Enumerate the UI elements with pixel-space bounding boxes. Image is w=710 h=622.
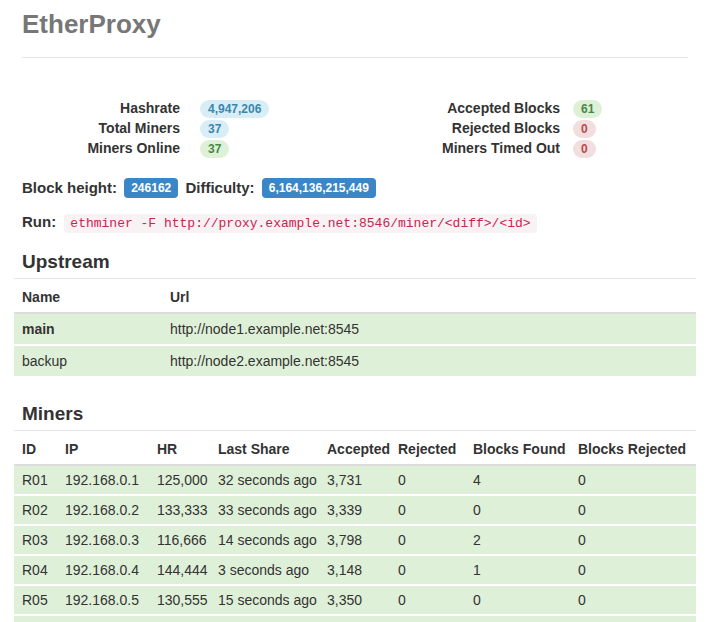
miners-col-accepted: Accepted xyxy=(319,431,390,465)
difficulty-label: Difficulty: xyxy=(185,179,254,196)
upstream-heading: Upstream xyxy=(22,252,696,272)
miner-accepted: 3,731 xyxy=(319,465,390,495)
miner-last-share: 14 seconds ago xyxy=(210,525,319,555)
stat-badge: 37 xyxy=(200,120,229,138)
upstream-col-url: Url xyxy=(162,279,696,313)
stat-rejected-blocks: Rejected Blocks 0 xyxy=(355,118,696,138)
miners-heading: Miners xyxy=(22,404,696,424)
table-row: R05 192.168.0.5 130,555 15 seconds ago 3… xyxy=(14,585,696,615)
miner-ip: 192.168.0.3 xyxy=(57,525,149,555)
miner-blocks-found: 0 xyxy=(465,585,570,615)
header-divider xyxy=(22,57,688,58)
run-label: Run: xyxy=(22,213,56,230)
miner-rejected: 0 xyxy=(390,465,465,495)
miner-hr: 125,000 xyxy=(149,465,210,495)
miner-blocks-found: 0 xyxy=(465,495,570,525)
miner-last-share: 33 seconds ago xyxy=(210,495,319,525)
upstream-name: main xyxy=(14,313,162,345)
upstream-url: http://node1.example.net:8545 xyxy=(162,313,696,345)
miner-blocks-found: 4 xyxy=(465,465,570,495)
miner-rejected: 0 xyxy=(390,525,465,555)
miner-ip: 192.168.0.2 xyxy=(57,495,149,525)
run-command-code: ethminer -F http://proxy.example.net:854… xyxy=(64,214,536,233)
miner-hr: 144,444 xyxy=(149,555,210,585)
table-row: backup http://node2.example.net:8545 xyxy=(14,345,696,376)
miner-hr: 116,666 xyxy=(149,525,210,555)
miners-table: ID IP HR Last Share Accepted Rejected Bl… xyxy=(14,431,696,622)
miner-blocks-found: 2 xyxy=(465,525,570,555)
network-info-row: Block height: 246162 Difficulty: 6,164,1… xyxy=(22,177,696,199)
miners-col-blocks-found: Blocks Found xyxy=(465,431,570,465)
miner-blocks-rejected: 0 xyxy=(570,495,696,525)
miner-id: R03 xyxy=(14,525,57,555)
miner-blocks-rejected: 0 xyxy=(570,585,696,615)
stat-badge: 0 xyxy=(573,140,596,158)
upstream-table: Name Url main http://node1.example.net:8… xyxy=(14,279,696,376)
miner-last-share: 32 seconds ago xyxy=(210,465,319,495)
upstream-col-name: Name xyxy=(14,279,162,313)
stats-column-right: Accepted Blocks 61 Rejected Blocks 0 Min… xyxy=(355,98,696,158)
miner-blocks-rejected: 0 xyxy=(570,525,696,555)
miner-ip: 192.168.0.5 xyxy=(57,585,149,615)
miners-col-last-share: Last Share xyxy=(210,431,319,465)
table-row: R03 192.168.0.3 116,666 14 seconds ago 3… xyxy=(14,525,696,555)
miner-blocks-found: 1 xyxy=(465,555,570,585)
miner-id: R04 xyxy=(14,555,57,585)
stat-label: Rejected Blocks xyxy=(355,118,560,138)
miner-ip: 192.168.0.1 xyxy=(57,465,149,495)
miner-id: R02 xyxy=(14,495,57,525)
miner-rejected: 0 xyxy=(390,555,465,585)
table-row: R01 192.168.0.1 125,000 32 seconds ago 3… xyxy=(14,465,696,495)
miner-hr: 133,333 xyxy=(149,495,210,525)
table-row-partial xyxy=(14,615,696,622)
stat-total-miners: Total Miners 37 xyxy=(14,118,355,138)
page-title: EtherProxy xyxy=(22,10,696,39)
stat-miners-online: Miners Online 37 xyxy=(14,138,355,158)
stat-badge: 0 xyxy=(573,120,596,138)
page-container: EtherProxy Hashrate 4,947,206 Total Mine… xyxy=(0,10,710,622)
miners-col-rejected: Rejected xyxy=(390,431,465,465)
stat-label: Miners Timed Out xyxy=(355,138,560,158)
miner-rejected: 0 xyxy=(390,495,465,525)
miner-accepted: 3,798 xyxy=(319,525,390,555)
miner-blocks-rejected: 0 xyxy=(570,465,696,495)
miner-accepted: 3,339 xyxy=(319,495,390,525)
miners-col-hr: HR xyxy=(149,431,210,465)
miner-last-share: 15 seconds ago xyxy=(210,585,319,615)
table-row: main http://node1.example.net:8545 xyxy=(14,313,696,345)
stat-miners-timed-out: Miners Timed Out 0 xyxy=(355,138,696,158)
stats-summary: Hashrate 4,947,206 Total Miners 37 Miner… xyxy=(14,98,696,158)
upstream-url: http://node2.example.net:8545 xyxy=(162,345,696,376)
miner-last-share: 3 seconds ago xyxy=(210,555,319,585)
miners-header-row: ID IP HR Last Share Accepted Rejected Bl… xyxy=(14,431,696,465)
stat-label: Accepted Blocks xyxy=(355,98,560,118)
run-command-row: Run: ethminer -F http://proxy.example.ne… xyxy=(22,211,696,235)
stat-badge: 37 xyxy=(200,140,229,158)
miners-col-blocks-rejected: Blocks Rejected xyxy=(570,431,696,465)
stat-hashrate: Hashrate 4,947,206 xyxy=(14,98,355,118)
upstream-name: backup xyxy=(14,345,162,376)
stat-badge: 61 xyxy=(573,100,602,118)
miner-id: R05 xyxy=(14,585,57,615)
block-height-label: Block height: xyxy=(22,179,117,196)
stats-column-left: Hashrate 4,947,206 Total Miners 37 Miner… xyxy=(14,98,355,158)
miner-id: R01 xyxy=(14,465,57,495)
difficulty-badge: 6,164,136,215,449 xyxy=(262,178,376,198)
stat-label: Hashrate xyxy=(14,98,180,118)
miner-ip: 192.168.0.4 xyxy=(57,555,149,585)
miner-hr: 130,555 xyxy=(149,585,210,615)
miner-accepted: 3,148 xyxy=(319,555,390,585)
miners-col-id: ID xyxy=(14,431,57,465)
stat-badge: 4,947,206 xyxy=(200,100,269,118)
block-height-badge: 246162 xyxy=(124,178,178,198)
table-row: R04 192.168.0.4 144,444 3 seconds ago 3,… xyxy=(14,555,696,585)
miner-blocks-rejected: 0 xyxy=(570,555,696,585)
miner-accepted: 3,350 xyxy=(319,585,390,615)
miners-col-ip: IP xyxy=(57,431,149,465)
stat-label: Miners Online xyxy=(14,138,180,158)
upstream-header-row: Name Url xyxy=(14,279,696,313)
miner-rejected: 0 xyxy=(390,585,465,615)
stat-accepted-blocks: Accepted Blocks 61 xyxy=(355,98,696,118)
stat-label: Total Miners xyxy=(14,118,180,138)
table-row: R02 192.168.0.2 133,333 33 seconds ago 3… xyxy=(14,495,696,525)
